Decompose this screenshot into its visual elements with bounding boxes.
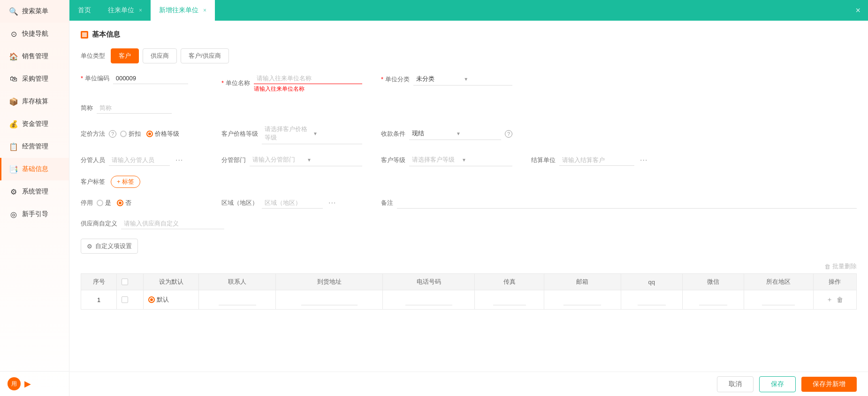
supplier-custom-input[interactable] (121, 218, 224, 229)
disabled-label: 停用 (81, 199, 93, 207)
unit-category-field: 单位分类 未分类 ▼ (381, 73, 512, 85)
sales-icon: 🏠 (9, 52, 18, 61)
alias-input[interactable] (97, 102, 172, 114)
customer-level-placeholder: 请选择客户等级 (412, 155, 460, 164)
manager-field: 分管人员 ··· (81, 155, 203, 166)
payment-help-icon[interactable]: ? (505, 130, 512, 138)
unit-code-label: 单位编码 (81, 74, 109, 83)
fax-input[interactable] (493, 294, 526, 305)
sidebar-item-label: 快捷导航 (22, 30, 48, 38)
manager-row: 分管人员 ··· 分管部门 请输入分管部门 ▼ 客户等级 请选择客户等级 ▼ (81, 154, 857, 166)
region-table-input[interactable] (762, 294, 795, 305)
tag-btn-label: + 标签 (117, 178, 134, 186)
price-level-select[interactable]: 请选择客户价格等级 ▼ (262, 123, 362, 144)
sidebar-item-inventory[interactable]: 📦 库存核算 (0, 90, 69, 113)
row-checkbox[interactable] (122, 296, 128, 303)
batch-delete-button[interactable]: 🗑 批量删除 (824, 262, 857, 271)
price-level-field: 客户价格等级 请选择客户价格等级 ▼ (221, 123, 362, 144)
remark-label: 备注 (381, 199, 393, 207)
col-email: 邮箱 (544, 274, 621, 290)
btn-supplier[interactable]: 供应商 (143, 48, 177, 63)
radio-price-level-label: 价格等级 (155, 130, 179, 138)
section-header: 基本信息 (81, 30, 857, 39)
radio-yes-circle (97, 200, 103, 206)
tab-new-partner-label: 新增往来单位 (159, 6, 198, 15)
payment-terms-value: 现结 (412, 129, 454, 138)
sidebar-item-basic[interactable]: 📑 基础信息 (0, 158, 69, 180)
radio-disabled-no[interactable]: 否 (117, 199, 131, 207)
sidebar-item-sales[interactable]: 🏠 销售管理 (0, 45, 69, 68)
quicknav-icon: ⊙ (9, 29, 18, 39)
tab-bar: 首页 往来单位 × 新增往来单位 × × (69, 0, 868, 21)
alias-label: 简称 (81, 104, 93, 112)
customer-level-select[interactable]: 请选择客户等级 ▼ (409, 154, 512, 166)
disabled-radio-group: 是 否 (97, 199, 131, 207)
add-row-icon[interactable]: ＋ (826, 295, 833, 304)
avatar: 用 (8, 377, 21, 390)
manager-more-icon[interactable]: ··· (174, 156, 185, 164)
address-input[interactable] (301, 294, 358, 305)
tab-home-label: 首页 (78, 6, 91, 15)
row-default-radio[interactable]: 默认 (148, 295, 194, 304)
sidebar-item-search[interactable]: 🔍 搜索菜单 (0, 0, 69, 23)
payment-terms-field: 收款条件 现结 ▼ ? (381, 127, 512, 140)
cancel-button[interactable]: 取消 (717, 376, 754, 392)
radio-disabled-yes[interactable]: 是 (97, 199, 111, 207)
qq-input[interactable] (638, 294, 666, 305)
col-checkbox (117, 274, 144, 290)
sidebar-item-guide[interactable]: ◎ 新手引导 (0, 203, 69, 225)
payment-terms-select[interactable]: 现结 ▼ (409, 127, 501, 140)
section-icon (81, 31, 88, 39)
wechat-input[interactable] (699, 294, 727, 305)
unit-name-input[interactable] (254, 73, 362, 84)
region-input[interactable] (262, 197, 323, 209)
sidebar-item-quicknav[interactable]: ⊙ 快捷导航 (0, 23, 69, 45)
contact-input[interactable] (219, 294, 256, 305)
unit-type-label: 单位类型 (81, 52, 105, 60)
col-actions: 操作 (813, 274, 856, 290)
custom-settings-button[interactable]: ⚙ 自定义项设置 (81, 239, 138, 254)
unit-code-input[interactable] (113, 73, 188, 84)
pricing-help-icon[interactable]: ? (109, 130, 116, 138)
settlement-input[interactable] (559, 155, 634, 166)
tab-home[interactable]: 首页 (69, 0, 99, 21)
sidebar-item-operations[interactable]: 📋 经营管理 (0, 135, 69, 158)
btn-both[interactable]: 客户/供应商 (181, 48, 229, 63)
sidebar-item-finance[interactable]: 💰 资金管理 (0, 113, 69, 135)
sidebar-expand-icon[interactable]: ▶ (24, 379, 31, 389)
radio-discount[interactable]: 折扣 (120, 130, 141, 138)
phone-input[interactable] (405, 294, 452, 305)
sidebar-bottom: 用 ▶ (0, 371, 69, 396)
save-button[interactable]: 保存 (759, 376, 796, 392)
manager-input[interactable] (109, 155, 170, 166)
remark-input[interactable] (397, 197, 857, 209)
save-add-button[interactable]: 保存并新增 (801, 377, 857, 392)
cell-fax (475, 290, 544, 310)
window-close-icon[interactable]: × (848, 0, 868, 21)
select-all-checkbox[interactable] (122, 279, 128, 285)
unit-category-select[interactable]: 未分类 ▼ (413, 73, 512, 85)
bottom-bar: 取消 保存 保存并新增 (69, 372, 868, 396)
email-input[interactable] (563, 294, 601, 305)
region-more-icon[interactable]: ··· (327, 199, 338, 207)
department-select[interactable]: 请输入分管部门 ▼ (250, 154, 362, 166)
tab-partners-close[interactable]: × (139, 7, 142, 14)
department-placeholder: 请输入分管部门 (252, 155, 305, 164)
col-fax: 传真 (475, 274, 544, 290)
btn-customer[interactable]: 客户 (111, 48, 139, 63)
sidebar-item-system[interactable]: ⚙ 系统管理 (0, 180, 69, 203)
tab-new-partner[interactable]: 新增往来单位 × (151, 0, 215, 21)
sidebar-item-label: 采购管理 (22, 75, 48, 83)
add-tag-button[interactable]: + 标签 (111, 176, 140, 188)
sidebar-item-purchase[interactable]: 🛍 采购管理 (0, 68, 69, 90)
settlement-more-icon[interactable]: ··· (638, 156, 649, 164)
price-level-placeholder: 请选择客户价格等级 (265, 125, 311, 142)
tab-new-partner-close[interactable]: × (203, 7, 206, 14)
radio-price-level[interactable]: 价格等级 (146, 130, 179, 138)
department-label: 分管部门 (221, 156, 246, 164)
delete-row-icon[interactable]: 🗑 (837, 296, 843, 303)
sidebar-item-label: 资金管理 (22, 120, 48, 128)
main-area: 首页 往来单位 × 新增往来单位 × × 基本信息 单位类型 (69, 0, 868, 396)
tab-partners[interactable]: 往来单位 × (99, 0, 151, 21)
chevron-down-icon: ▼ (464, 77, 510, 82)
